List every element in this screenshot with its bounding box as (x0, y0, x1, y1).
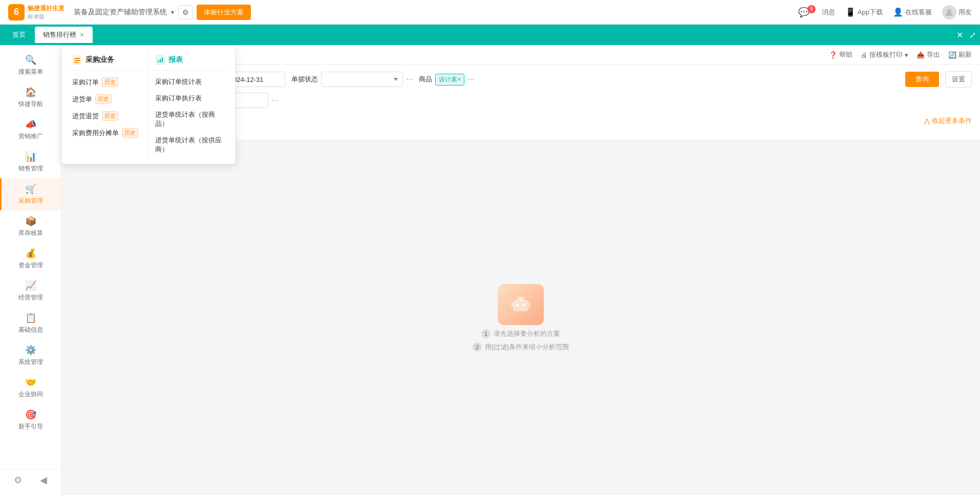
dropdown-item-receipt-stat-goods[interactable]: 进货单统计表（按商品） (151, 106, 229, 132)
sidebar-label-operations: 经营管理 (18, 293, 43, 302)
tab-sales-rank[interactable]: 销售排行榜 ✕ (35, 27, 93, 43)
svg-point-0 (947, 9, 951, 13)
sidebar-label-sales: 销售管理 (18, 164, 43, 173)
dropdown-col-report-header: 报表 (151, 52, 229, 71)
filter-docstatus-group: 单据状态 ··· (291, 72, 413, 87)
export-button[interactable]: 📤 导出 (917, 50, 940, 59)
dropdown-cols: 采购业务 采购订单 历史 进货单 历史 进货退货 历史 采购费用分摊单 历史 (68, 52, 229, 158)
sidebar-item-search[interactable]: 🔍 搜索菜单 (0, 49, 61, 81)
svg-rect-8 (74, 58, 80, 59)
inventory-icon: 📦 (25, 216, 36, 227)
sidebar-item-purchase[interactable]: 🛒 采购管理 (0, 178, 61, 210)
tab-close-icon[interactable]: ✕ (956, 30, 963, 40)
svg-rect-11 (158, 60, 159, 62)
empty-hint-2: 2 用[过滤]条件来缩小分析范围 (473, 342, 568, 352)
collapse-button[interactable]: ⋀ 收起更多条件 (924, 116, 972, 125)
empty-state: 1 请先选择要分析的方案 2 用[过滤]条件来缩小分析范围 (61, 140, 980, 495)
dropdown-col-purchase-header: 采购业务 (68, 52, 146, 71)
sidebar-item-finance[interactable]: 💰 资金管理 (0, 243, 61, 275)
salesman-dots[interactable]: ··· (271, 96, 278, 105)
export-label: 导出 (927, 50, 940, 59)
sidebar-collapse-icon[interactable]: ◀ (40, 475, 47, 486)
return-hist-badge: 历史 (102, 111, 118, 121)
setting-button[interactable]: 设置 (945, 71, 972, 88)
sidebar-label-basic-info: 基础信息 (18, 326, 43, 334)
collapse-icon: ⋀ (924, 117, 930, 125)
print-button[interactable]: 🖨 按模板打印 ▾ (861, 50, 908, 59)
collapse-label: 收起更多条件 (932, 116, 972, 125)
sidebar-item-system[interactable]: ⚙️ 系统管理 (0, 339, 61, 372)
expense-hist-badge: 历史 (122, 128, 138, 138)
docstatus-dots[interactable]: ··· (406, 75, 413, 84)
app-download-item[interactable]: 📱 App下载 (845, 7, 883, 17)
system-title-area: 装备及固定资产辅助管理系统 ▾ ⚙ 体验行业方案 (74, 5, 798, 20)
docstatus-select[interactable] (321, 72, 403, 87)
tab-sales-rank-close[interactable]: ✕ (79, 31, 84, 38)
top-header: 6 畅捷通好生意 标准版 装备及固定资产辅助管理系统 ▾ ⚙ 体验行业方案 💬 … (0, 0, 980, 25)
svg-rect-5 (528, 302, 530, 307)
sidebar-item-collab[interactable]: 🤝 企业协同 (0, 372, 61, 404)
print-icon: 🖨 (861, 51, 867, 59)
sidebar-label-marketing: 营销推广 (18, 132, 43, 141)
svg-rect-4 (511, 302, 513, 307)
service-icon: 👤 (893, 7, 903, 17)
refresh-icon: 🔄 (948, 51, 956, 59)
sidebar-item-basic-info[interactable]: 📋 基础信息 (0, 307, 61, 339)
sidebar-item-inventory[interactable]: 📦 库存核算 (0, 210, 61, 243)
system-dropdown-arrow[interactable]: ▾ (171, 9, 174, 16)
dropdown-item-po-exec[interactable]: 采购订单执行表 (151, 90, 229, 106)
finance-icon: 💰 (25, 248, 36, 259)
empty-icon-area (498, 284, 544, 325)
sidebar: 🔍 搜索菜单 🏠 快捷导航 📣 营销推广 📊 销售管理 🛒 采购管理 📦 库存核… (0, 45, 61, 495)
dropdown-item-return[interactable]: 进货退货 历史 (68, 107, 146, 124)
receipt-label: 进货单 (72, 95, 92, 104)
header-right: 💬 9 消息 📱 App下载 👤 在线客服 用友 (798, 5, 972, 19)
app-download-label: App下载 (858, 8, 883, 17)
svg-rect-9 (74, 60, 80, 61)
search-button[interactable]: 查询 (905, 72, 939, 87)
sidebar-item-quicknav[interactable]: 🏠 快捷导航 (0, 81, 61, 114)
sidebar-item-marketing[interactable]: 📣 营销推广 (0, 114, 61, 146)
sidebar-bottom: ⚙ ◀ (0, 469, 61, 491)
sidebar-label-quicknav: 快捷导航 (18, 100, 43, 109)
dropdown-item-po[interactable]: 采购订单 历史 (68, 74, 146, 91)
sidebar-label-purchase: 采购管理 (18, 197, 43, 205)
sidebar-item-operations[interactable]: 📈 经营管理 (0, 275, 61, 307)
newbie-icon: 🎯 (25, 409, 36, 420)
refresh-button[interactable]: 🔄 刷新 (948, 50, 972, 59)
help-button[interactable]: ❓ 帮助 (829, 50, 853, 59)
dropdown-col-purchase-title: 采购业务 (86, 55, 114, 64)
sidebar-settings-icon[interactable]: ⚙ (14, 475, 22, 486)
logo-text: 畅捷通好生意 标准版 (28, 4, 65, 20)
user-item[interactable]: 用友 (942, 5, 972, 19)
sidebar-label-search: 搜索菜单 (18, 68, 43, 76)
online-service-item[interactable]: 👤 在线客服 (893, 7, 932, 17)
industry-btn[interactable]: 体验行业方案 (197, 5, 251, 20)
goods-tag-text: 设计素× (439, 75, 461, 84)
dropdown-menu: 采购业务 采购订单 历史 进货单 历史 进货退货 历史 采购费用分摊单 历史 (61, 45, 236, 164)
dropdown-col-report: 报表 采购订单统计表 采购订单执行表 进货单统计表（按商品） 进货单统计表（按供… (151, 52, 229, 158)
goods-label: 商品 (419, 75, 432, 84)
tab-expand-icon[interactable]: ⤢ (969, 30, 976, 40)
tab-home[interactable]: 首页 (4, 27, 34, 43)
search-icon: 🔍 (25, 54, 36, 66)
dropdown-item-expense[interactable]: 采购费用分摊单 历史 (68, 124, 146, 141)
sidebar-item-newbie[interactable]: 🎯 新手引导 (0, 404, 61, 436)
phone-icon: 📱 (845, 7, 856, 17)
sidebar-item-sales[interactable]: 📊 销售管理 (0, 146, 61, 178)
goods-dots[interactable]: ··· (467, 75, 474, 84)
dropdown-item-po-stat[interactable]: 采购订单统计表 (151, 74, 229, 90)
help-icon: ❓ (829, 51, 837, 59)
tab-bar: 首页 销售排行榜 ✕ ✕ ⤢ (0, 25, 980, 45)
settings-gear-button[interactable]: ⚙ (178, 5, 193, 19)
dropdown-item-receipt-stat-supplier[interactable]: 进货单统计表（按供应商） (151, 132, 229, 158)
user-label: 用友 (958, 8, 972, 17)
svg-point-6 (516, 304, 519, 307)
dropdown-item-receipt[interactable]: 进货单 历史 (68, 91, 146, 107)
dropdown-col-report-title: 报表 (168, 55, 183, 64)
po-hist-badge: 历史 (102, 77, 118, 87)
sidebar-label-inventory: 库存核算 (18, 229, 43, 238)
message-item[interactable]: 💬 9 消息 (798, 7, 835, 18)
user-avatar (942, 5, 956, 19)
purchase-icon: 🛒 (25, 183, 36, 195)
